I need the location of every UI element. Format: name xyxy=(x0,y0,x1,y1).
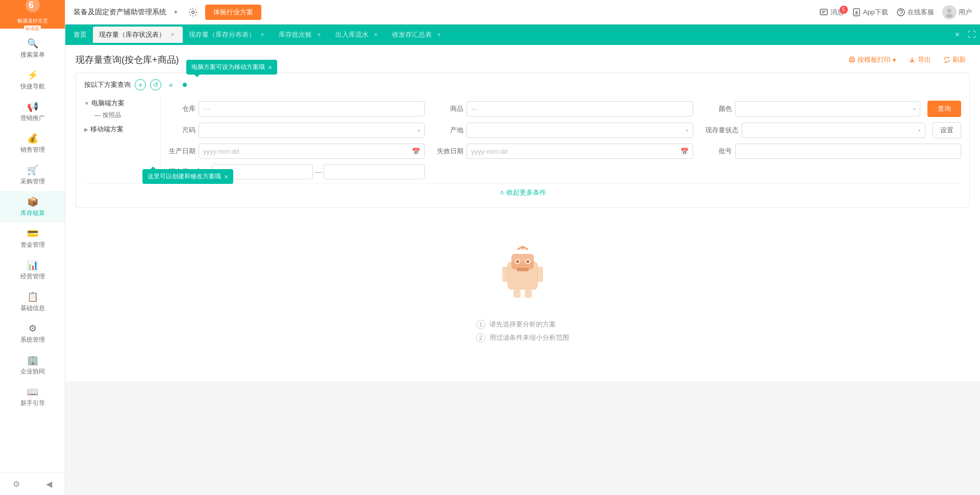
tab-close-receive-summary[interactable]: × xyxy=(435,31,443,39)
tab-receive-summary[interactable]: 收发存汇总表 × xyxy=(386,27,449,43)
filter-section: 按以下方案查询 + ↺ « 电脑方案可设为移动方案哦 × xyxy=(76,73,970,208)
settings-action-btn[interactable]: 设置 xyxy=(933,122,961,138)
sidebar-item-quick-nav[interactable]: ⚡ 快捷导航 xyxy=(0,64,65,96)
sidebar-item-search[interactable]: 🔍 搜索菜单 xyxy=(0,33,65,64)
sidebar-settings-btn[interactable]: ⚙ xyxy=(13,479,20,489)
scheme-mobile-label: 移动端方案 xyxy=(90,125,124,134)
empty-illustration xyxy=(492,239,553,310)
size-input[interactable]: ▾ xyxy=(199,123,425,138)
filter-batch-no-cell: 批号 xyxy=(705,144,961,159)
sidebar-collapse-btn[interactable]: ◀ xyxy=(46,479,52,489)
export-label: 导出 xyxy=(918,55,931,64)
sidebar-item-purchase[interactable]: 🛒 采购管理 xyxy=(0,159,65,191)
scheme-tree: ▼ 电脑端方案 — 按照品 ▶ 移动端方案 xyxy=(84,97,161,179)
header-settings-btn[interactable] xyxy=(185,4,201,20)
color-input[interactable]: ▾ xyxy=(735,101,920,116)
warehouse-input[interactable]: ⋯ xyxy=(199,101,425,116)
filter-warehouse-cell: 仓库 ⋯ xyxy=(169,101,425,117)
tab-home[interactable]: 首页 xyxy=(67,27,93,43)
sidebar-item-inventory[interactable]: 📦 库存核算 xyxy=(0,191,65,223)
filter-add-btn[interactable]: + xyxy=(135,79,146,90)
stock-main-to[interactable] xyxy=(324,164,425,179)
goods-input[interactable]: ⋯ xyxy=(467,101,693,116)
sidebar-item-system[interactable]: ⚙ 系统管理 xyxy=(0,318,65,349)
scheme-desktop-sub-label: 按照品 xyxy=(103,111,121,120)
stock-main-range: — xyxy=(212,164,425,179)
tab-close-inventory-status[interactable]: × xyxy=(168,31,177,39)
tip-text-1: 请先选择要分析的方案 xyxy=(489,320,556,329)
online-service-btn[interactable]: 在线客服 xyxy=(896,8,934,17)
search-btn[interactable]: 查询 xyxy=(927,101,961,117)
system-dropdown-btn[interactable]: ▾ xyxy=(170,7,181,17)
origin-input[interactable]: ▾ xyxy=(467,123,693,138)
tooltip2-close-btn[interactable]: × xyxy=(224,173,228,181)
tab-inventory-status[interactable]: 现存量（库存状况表） × xyxy=(93,27,183,43)
building-icon: 🏢 xyxy=(27,355,38,366)
svg-rect-10 xyxy=(850,57,853,59)
scheme-desktop-label: 电脑端方案 xyxy=(91,99,125,108)
stock-status-input[interactable]: ▾ xyxy=(742,123,925,138)
sidebar-item-label: 库存核算 xyxy=(20,209,45,218)
tab-close-all-icon[interactable]: × xyxy=(953,28,962,41)
svg-point-7 xyxy=(947,9,951,13)
filter-label: 按以下方案查询 xyxy=(84,80,131,89)
tab-fullscreen-icon[interactable]: ⛶ xyxy=(966,28,978,41)
message-badge: 6 xyxy=(840,6,848,14)
scheme-mobile[interactable]: ▶ 移动端方案 xyxy=(84,123,154,136)
sidebar-item-sales[interactable]: 💰 销售管理 xyxy=(0,128,65,159)
range-separator: — xyxy=(315,168,322,176)
user-menu[interactable]: 用户 xyxy=(942,5,972,19)
tab-batch-ledger[interactable]: 库存批次账 × xyxy=(273,27,329,43)
production-date-calendar-icon[interactable]: 📅 xyxy=(412,148,420,155)
tab-close-in-out-flow[interactable]: × xyxy=(372,31,380,39)
experience-btn[interactable]: 体验行业方案 xyxy=(205,5,261,20)
svg-point-23 xyxy=(521,246,525,250)
production-date-label: 生产日期 xyxy=(169,147,195,156)
tab-receive-summary-label: 收发存汇总表 xyxy=(392,30,432,39)
tooltip1-close-btn[interactable]: × xyxy=(268,63,272,72)
refresh-btn[interactable]: 刷新 xyxy=(939,53,970,66)
print-btn[interactable]: 按模板打印 ▾ xyxy=(844,53,900,66)
tab-in-out-flow[interactable]: 出入库流水 × xyxy=(329,27,386,43)
sidebar-item-management[interactable]: 📊 经营管理 xyxy=(0,254,65,286)
user-avatar xyxy=(942,5,957,19)
svg-point-16 xyxy=(516,260,519,263)
logo-text: 畅通道好生意 xyxy=(17,17,48,25)
top-header: 装备及固定资产辅助管理系统 ▾ 体验行业方案 6 消息 App下载 在线客服 xyxy=(65,0,980,25)
empty-tips: 1 请先选择要分析的方案 2 用过滤条件来缩小分析范围 xyxy=(476,320,569,342)
sidebar-item-label: 基础信息 xyxy=(20,304,45,313)
sidebar-item-guide[interactable]: 📖 新手引导 xyxy=(0,381,65,413)
production-date-input[interactable]: yyyy-mm-dd 📅 xyxy=(199,144,425,159)
export-btn[interactable]: 导出 xyxy=(904,53,935,66)
expiry-date-input[interactable]: yyyy-mm-dd 📅 xyxy=(467,144,693,159)
expiry-date-calendar-icon[interactable]: 📅 xyxy=(680,148,689,155)
tab-inventory-dist[interactable]: 现存量（库存分布表） × xyxy=(183,27,273,43)
print-label: 按模板打印 xyxy=(857,55,891,64)
sidebar-item-enterprise[interactable]: 🏢 企业协同 xyxy=(0,349,65,381)
batch-no-input[interactable] xyxy=(735,144,961,159)
cart-icon: 🛒 xyxy=(27,164,38,176)
filter-refresh-btn[interactable]: ↺ xyxy=(150,79,161,90)
app-download-btn[interactable]: App下载 xyxy=(852,8,888,17)
sidebar-item-marketing[interactable]: 📢 营销推广 xyxy=(0,96,65,128)
tab-close-batch-ledger[interactable]: × xyxy=(315,31,323,39)
svg-rect-18 xyxy=(517,268,529,271)
mobile-arrow: ▶ xyxy=(84,127,88,132)
tab-close-inventory-dist[interactable]: × xyxy=(258,31,266,39)
message-btn[interactable]: 6 消息 xyxy=(819,8,844,17)
tooltip2-text: 这里可以创建和修改方案哦 xyxy=(148,172,221,181)
page-body: 现存量查询(按仓库+商品) 按模板打印 ▾ 导出 刷新 xyxy=(65,45,980,495)
filter-arrow-btn[interactable]: « xyxy=(165,79,177,90)
empty-tip-1: 1 请先选择要分析的方案 xyxy=(476,320,569,329)
collapse-bar[interactable]: ∧ 收起更多条件 xyxy=(84,183,961,201)
box-icon: 📦 xyxy=(27,196,38,207)
origin-label: 产地 xyxy=(437,126,463,135)
sidebar-item-label: 销售管理 xyxy=(20,146,45,154)
user-label: 用户 xyxy=(959,8,972,17)
sidebar-item-basic-info[interactable]: 📋 基础信息 xyxy=(0,286,65,318)
scheme-desktop-sub[interactable]: — 按照品 xyxy=(84,110,154,121)
sidebar-item-finance[interactable]: 💳 资金管理 xyxy=(0,223,65,254)
scheme-desktop[interactable]: ▼ 电脑端方案 xyxy=(84,97,154,110)
filter-expiry-date-cell: 失效日期 yyyy-mm-dd 📅 xyxy=(437,144,693,159)
filter-row-2: 尺码 ▾ 产地 ▾ xyxy=(169,122,961,138)
